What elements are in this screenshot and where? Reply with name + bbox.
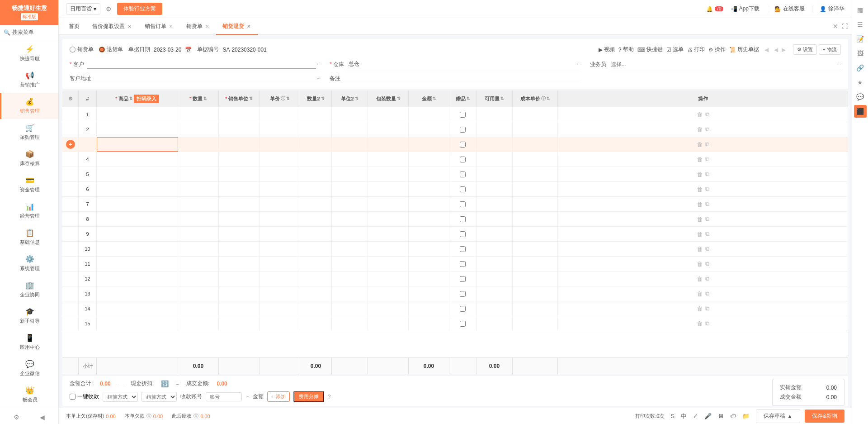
toolbar-icon-3[interactable]: ✓ xyxy=(691,412,700,420)
gift-cb-9[interactable] xyxy=(451,231,474,237)
td-product-5[interactable] xyxy=(97,167,178,181)
td-qty-1[interactable] xyxy=(178,107,219,122)
delete-row-10-icon[interactable]: 🗑 xyxy=(695,246,704,252)
customer-dots[interactable]: ··· xyxy=(317,62,321,67)
tab-sale-price-close[interactable]: ✕ xyxy=(127,24,132,29)
right-panel-list-icon[interactable]: ☰ xyxy=(854,18,867,31)
account-dots[interactable]: ··· xyxy=(245,394,249,399)
right-panel-star-icon[interactable]: ★ xyxy=(854,76,867,89)
delete-row-6-icon[interactable]: 🗑 xyxy=(695,186,704,193)
customer-input[interactable] xyxy=(87,59,316,69)
remark-input[interactable] xyxy=(343,74,580,83)
select-btn[interactable]: ☑ 选单 xyxy=(666,46,684,53)
gift-cb-7[interactable] xyxy=(451,201,474,207)
sort-product-icon[interactable]: ⇅ xyxy=(129,96,133,101)
warehouse-input[interactable] xyxy=(347,60,576,69)
radio-sale-bill-input[interactable] xyxy=(70,47,75,52)
gift-cb-5[interactable] xyxy=(451,172,474,177)
gift-cb-12[interactable] xyxy=(451,276,474,282)
td-unit-1[interactable] xyxy=(219,107,259,122)
address-dots[interactable]: ··· xyxy=(317,76,321,81)
expense-help-icon[interactable]: ? xyxy=(328,394,331,400)
tab-maximize-icon[interactable]: ⛶ xyxy=(842,23,848,30)
delete-row-4-icon[interactable]: 🗑 xyxy=(695,156,704,163)
gift-cb-2[interactable] xyxy=(451,127,474,133)
gift-cb-14[interactable] xyxy=(451,306,474,312)
sidebar-item-system[interactable]: ⚙️ 系统管理 xyxy=(0,250,58,276)
delete-row-11-icon[interactable]: 🗑 xyxy=(695,261,704,267)
radio-return-bill-input[interactable] xyxy=(99,47,105,52)
user-menu[interactable]: 👤 徐泽华 xyxy=(820,5,844,13)
td-qty2-3[interactable] xyxy=(300,137,332,152)
right-panel-chat-icon[interactable]: 💬 xyxy=(854,91,867,103)
right-panel-grid-icon[interactable]: ▦ xyxy=(854,4,867,16)
copy-row-12-icon[interactable]: ⧉ xyxy=(704,275,711,282)
sidebar-item-inventory[interactable]: 📦 库存核算 xyxy=(0,145,58,172)
date-value[interactable]: 2023-03-20 xyxy=(154,47,181,53)
nav-selector[interactable]: 日用百货 ▾ xyxy=(66,3,100,14)
copy-row-15-icon[interactable]: ⧉ xyxy=(704,320,711,327)
td-unit2-3[interactable] xyxy=(332,137,368,152)
delete-row-9-icon[interactable]: 🗑 xyxy=(695,231,704,238)
qty2-input-1[interactable] xyxy=(302,112,330,117)
logistics-btn[interactable]: + 物流 xyxy=(819,44,841,55)
sidebar-item-operation[interactable]: 📊 经营管理 xyxy=(0,198,58,224)
delete-row-5-icon[interactable]: 🗑 xyxy=(695,171,704,178)
delete-row-14-icon[interactable]: 🗑 xyxy=(695,305,704,312)
delete-row-2-icon[interactable]: 🗑 xyxy=(695,126,704,133)
td-qty-4[interactable] xyxy=(178,152,219,167)
sort-unit2-icon[interactable]: ⇅ xyxy=(355,96,359,101)
sidebar-item-member[interactable]: 👑 畅会员 xyxy=(0,381,58,408)
td-product-2[interactable] xyxy=(97,122,178,137)
sidebar-item-guide[interactable]: 🎓 新手引导 xyxy=(0,303,58,329)
right-panel-link-icon[interactable]: 🔗 xyxy=(854,62,867,74)
td-unit2-1[interactable] xyxy=(332,107,368,122)
qty-input-1[interactable] xyxy=(180,112,217,117)
toolbar-icon-6[interactable]: 🏷 xyxy=(728,412,738,420)
header-gear-icon[interactable]: ⚙ xyxy=(104,4,113,14)
sort-gift-icon[interactable]: ⇅ xyxy=(467,96,470,101)
delete-row-1-icon[interactable]: 🗑 xyxy=(695,111,704,118)
gift-cb-15[interactable] xyxy=(451,321,474,327)
td-amount-4[interactable] xyxy=(409,152,449,167)
tab-sale-return-close[interactable]: ✕ xyxy=(246,24,251,29)
right-panel-image-icon[interactable]: 🖼 xyxy=(854,47,867,60)
nav-prev-icon[interactable]: ◀ xyxy=(774,47,778,53)
tab-sale-price[interactable]: 售价提取设置 ✕ xyxy=(86,19,138,35)
gift-cb-8[interactable] xyxy=(451,216,474,222)
copy-row-9-icon[interactable]: ⧉ xyxy=(704,230,711,238)
copy-row-6-icon[interactable]: ⧉ xyxy=(704,186,711,193)
td-pkgqty-4[interactable] xyxy=(368,152,409,167)
sort-qty-icon[interactable]: ⇅ xyxy=(203,96,207,101)
td-qty2-4[interactable] xyxy=(300,152,332,167)
settlement-method-select[interactable]: 结算方式 xyxy=(103,392,138,402)
copy-row-4-icon[interactable]: ⧉ xyxy=(704,156,711,163)
td-qty2-2[interactable] xyxy=(300,122,332,137)
tab-sale-order-close[interactable]: ✕ xyxy=(168,24,174,29)
copy-row-8-icon[interactable]: ⧉ xyxy=(704,215,711,223)
sidebar-item-wechat[interactable]: 💬 企业微信 xyxy=(0,355,58,381)
sidebar-item-basic[interactable]: 📋 基础信息 xyxy=(0,224,58,250)
warehouse-dots[interactable]: ··· xyxy=(577,62,580,67)
sidebar-item-sales[interactable]: 💰 销售管理 xyxy=(0,93,58,119)
pkgqty-input-1[interactable] xyxy=(370,112,406,117)
delete-row-7-icon[interactable]: 🗑 xyxy=(695,201,704,208)
gift-cb-1[interactable] xyxy=(451,112,474,118)
calc-icon[interactable]: 🔢 xyxy=(161,380,169,387)
sort-avail-icon[interactable]: ⇅ xyxy=(500,96,504,101)
toolbar-icon-5[interactable]: 🖥 xyxy=(716,412,726,420)
one-key-payment-cb[interactable]: 一键收款 xyxy=(70,393,99,400)
right-panel-active-icon[interactable]: ⬛ xyxy=(854,105,867,118)
sidebar-item-marketing[interactable]: 📢 营销推广 xyxy=(0,67,58,93)
set-btn[interactable]: ⚙ 设置 xyxy=(793,44,817,55)
td-unit2-2[interactable] xyxy=(332,122,368,137)
sort-pkgqty-icon[interactable]: ⇅ xyxy=(397,96,401,101)
td-amount-3[interactable] xyxy=(409,137,449,152)
td-product-4[interactable] xyxy=(97,152,178,167)
delete-row-8-icon[interactable]: 🗑 xyxy=(695,216,704,223)
copy-row-5-icon[interactable]: ⧉ xyxy=(704,171,711,178)
td-qty-3[interactable] xyxy=(178,137,219,152)
td-pkgqty-1[interactable] xyxy=(368,107,409,122)
staff-input[interactable] xyxy=(609,60,836,69)
gear-th-icon[interactable]: ⚙ xyxy=(68,96,73,102)
